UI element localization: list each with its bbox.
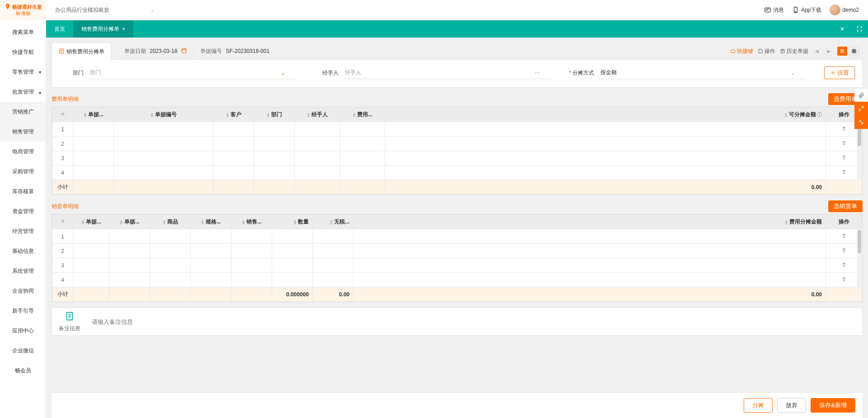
tab-home[interactable]: 首页 [46,20,73,38]
tab-current[interactable]: 销售费用分摊单 × [73,20,133,38]
sidebar-item-guide[interactable]: 新手引导 [0,301,46,321]
col-dept[interactable]: ▲▼部门 [254,108,295,122]
sidebar-item-sales[interactable]: 销售管理 [0,122,46,142]
view-grid-icon[interactable] [849,47,859,56]
col-qty[interactable]: ▲▼数量 [272,215,313,229]
sidebar-item-label: 新手引导 [12,307,34,315]
gear-icon [60,218,66,224]
sidebar-item-purchase[interactable]: 采购管理 [0,162,46,181]
table-row[interactable]: 1 [52,229,862,244]
gear-column[interactable] [52,108,73,122]
logo[interactable]: 畅捷通好生意 标准版 [0,0,46,20]
col-spec[interactable]: ▲▼规格... [191,215,231,229]
handler-placeholder: 经手人 [345,69,361,76]
delete-icon[interactable] [841,155,847,162]
sidebar-item-inventory[interactable]: 库存核算 [0,181,46,201]
history-button[interactable]: 历史单据 [780,48,808,55]
close-icon[interactable]: × [122,26,125,32]
sidebar-item-ecommerce[interactable]: 电商管理 [0,142,46,162]
table-row[interactable]: 3 [52,258,862,273]
delete-icon[interactable] [841,277,847,283]
svg-rect-4 [182,48,186,52]
col-product[interactable]: ▲▼商品 [150,215,191,229]
delete-icon[interactable] [841,262,847,269]
table-row[interactable]: 2 [52,244,862,258]
doc-date-field[interactable]: 单据日期 2023-03-18 [124,48,187,55]
col-doc-2[interactable]: ▲▼单据... [109,215,150,229]
chevron-down-icon: ⌄ [281,70,285,76]
col-handler[interactable]: ▲▼经手人 [295,108,340,122]
delete-icon[interactable] [841,233,847,240]
collapse-icon[interactable] [854,115,868,129]
subtotal-amount: 0.00 [385,180,826,195]
sidebar-item-search[interactable]: 搜索菜单 [0,22,46,42]
sidebar-item-quicknav[interactable]: 快捷导航 [0,42,46,62]
sidebar-item-basic[interactable]: 基础信息 [0,241,46,261]
col-no-tax[interactable]: ▲▼无税... [313,215,354,229]
delete-icon[interactable] [841,126,847,133]
delete-icon[interactable] [841,248,847,254]
next-doc-icon[interactable]: ▶ [825,48,833,54]
handler-input[interactable]: 经手人 ⋯ [343,66,551,79]
table-row[interactable]: 2 [52,137,862,151]
doc-number-label: 单据编号 [200,48,222,55]
sort-icon: ▲▼ [352,112,356,118]
save-new-button[interactable]: 保存&新增 [811,398,855,413]
col-alloc-amount[interactable]: ▲▼费用分摊金额 [354,215,826,229]
sidebar-item-wechat[interactable]: 企业微信 [0,341,46,361]
operation-button[interactable]: 操作 [758,48,775,55]
sidebar-item-collab[interactable]: 企业协同 [0,281,46,301]
allocate-button[interactable]: 分摊 [744,398,773,413]
app-download-button[interactable]: App下载 [792,6,821,14]
abandon-button[interactable]: 放弃 [777,398,806,413]
messages-button[interactable]: 消息 [764,6,784,14]
col-sale[interactable]: ▲▼销售... [231,215,272,229]
table-row[interactable]: 4 [52,166,862,180]
tenant-selector[interactable]: 办公用品行业模拟账套 ⌄ [55,6,155,14]
attach-icon[interactable] [854,88,868,102]
view-list-icon[interactable] [837,47,847,56]
handler-label: 经手人 [314,69,339,77]
sidebar-item-finance[interactable]: 资金管理 [0,201,46,221]
sort-icon: ▲▼ [201,219,205,225]
remark-input[interactable] [87,308,862,335]
calendar-icon[interactable] [181,48,187,55]
col-doc-1[interactable]: ▲▼单据... [73,215,109,229]
user-name: demo2 [842,7,859,13]
table-row[interactable]: 4 [52,273,862,287]
topbar: 畅捷通好生意 标准版 办公用品行业模拟账套 ⌄ 消息 App下载 demo2 [0,0,868,20]
tab-close-all[interactable]: ✕ [834,20,851,38]
col-doc-number[interactable]: ▲▼单据编号 [114,108,213,122]
select-sales-button[interactable]: 选销货单 [828,200,863,212]
svg-rect-12 [854,49,856,51]
sidebar-item-wholesale[interactable]: 批发管理▴ [0,82,46,102]
sidebar-item-label: 库存核算 [12,188,34,195]
prev-doc-icon[interactable]: ◀ [813,48,821,54]
col-expense[interactable]: ▲▼费用... [340,108,385,122]
sidebar-item-retail[interactable]: 零售管理▾ [0,62,46,82]
sidebar-item-member[interactable]: 畅会员 [0,361,46,380]
user-menu[interactable]: demo2 [830,5,859,15]
fullscreen-icon[interactable] [851,20,868,38]
col-customer[interactable]: ▲▼客户 [213,108,254,122]
gear-icon [60,111,66,117]
vertical-scrollbar[interactable] [857,229,862,287]
col-doc-short[interactable]: ▲▼单据... [73,108,114,122]
method-select[interactable]: 按金额 ⌄ [599,66,806,79]
settings-button[interactable]: 设置 [824,66,855,79]
sidebar-item-appcenter[interactable]: 应用中心 [0,321,46,341]
expand-icon[interactable] [854,102,868,115]
shortcut-button[interactable]: 快捷键 [730,48,753,55]
delete-icon[interactable] [841,141,847,147]
delete-icon[interactable] [841,170,847,176]
vertical-scrollbar[interactable] [857,122,862,180]
avatar [830,5,840,15]
dept-input[interactable]: 部门 ⌄ [88,66,296,79]
col-allocatable-amount[interactable]: ▲▼可分摊金额ⓘ [385,108,826,122]
table-row[interactable]: 3 [52,151,862,166]
gear-column[interactable] [52,215,73,229]
table-row[interactable]: 1 [52,122,862,137]
sidebar-item-operation[interactable]: 经营管理 [0,221,46,241]
sidebar-item-marketing[interactable]: 营销推广 [0,102,46,122]
sidebar-item-system[interactable]: 系统管理 [0,261,46,281]
